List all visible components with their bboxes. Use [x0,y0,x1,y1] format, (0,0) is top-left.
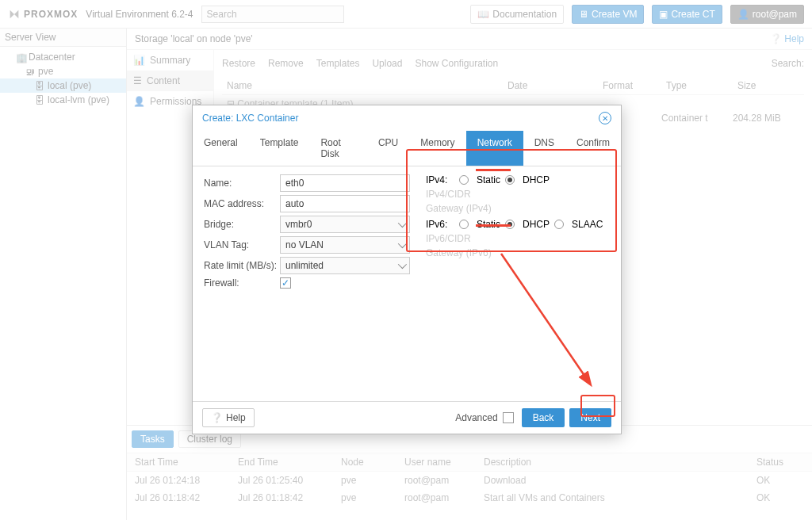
ipv4-cidr-label: IPv4/CIDR [426,189,471,200]
ipv4-dhcp-radio[interactable] [505,175,515,185]
col-date[interactable]: Date [503,77,598,95]
wizard-help-button[interactable]: ❔Help [202,408,255,427]
log-col-end[interactable]: End Time [230,453,333,472]
vlan-select[interactable]: no VLAN [280,236,410,254]
rate-input[interactable]: unlimited [280,257,410,274]
list-icon: ☰ [133,75,142,86]
ipv4-static-label: Static [477,174,500,185]
create-ct-button[interactable]: ▣Create CT [652,5,722,24]
col-type[interactable]: Type [661,77,733,95]
sidetab-content[interactable]: ☰Content [127,71,213,91]
log-col-user[interactable]: User name [396,453,476,472]
toolbar-show-config[interactable]: Show Configuration [415,58,498,69]
mac-input[interactable] [280,195,410,212]
back-button[interactable]: Back [522,408,565,427]
toolbar-templates[interactable]: Templates [316,58,360,69]
modal-title: Create: LXC Container [202,113,298,124]
task-log-panel: Tasks Cluster log Start Time End Time No… [127,425,812,520]
close-icon[interactable]: ✕ [599,112,611,124]
user-icon: 👤 [737,9,749,20]
wizard-tab-cpu[interactable]: CPU [367,131,409,166]
book-icon: 📖 [477,9,489,20]
rate-label: Rate limit (MB/s): [204,260,280,271]
tab-tasks[interactable]: Tasks [132,430,174,448]
resource-tree-panel: Server View 🏢Datacenter 🖳pve 🗄local (pve… [0,29,127,520]
disk-icon: 🗄 [35,95,44,105]
ipv6-gateway-label: Gateway (IPv6) [426,247,492,258]
user-icon: 👤 [133,96,145,107]
ipv6-slaac-radio[interactable] [554,220,564,229]
chart-icon: 📊 [133,55,145,66]
tree-view-selector[interactable]: Server View [0,29,126,47]
next-button[interactable]: Next [569,408,611,427]
log-col-node[interactable]: Node [333,453,396,472]
user-menu-button[interactable]: 👤root@pam [730,5,804,24]
toolbar-search-label: Search: [772,58,804,69]
vlan-label: VLAN Tag: [204,239,280,250]
mac-label: MAC address: [204,198,280,209]
ipv6-slaac-label: SLAAC [572,219,603,230]
col-name[interactable]: Name [222,77,503,95]
log-col-start[interactable]: Start Time [127,453,230,472]
wizard-tab-network[interactable]: Network [466,131,523,166]
toolbar-restore[interactable]: Restore [222,58,255,69]
wizard-tab-memory[interactable]: Memory [409,131,465,166]
building-icon: 🏢 [16,52,25,62]
version-label: Virtual Environment 6.2-4 [86,9,193,20]
log-col-status[interactable]: Status [749,453,812,472]
wizard-tab-template[interactable]: Template [249,131,310,166]
ipv4-static-radio[interactable] [459,175,469,185]
help-icon: ❔ [211,412,223,423]
name-label: Name: [204,178,280,189]
create-vm-button[interactable]: 🖥Create VM [572,5,644,24]
wizard-tab-dns[interactable]: DNS [523,131,565,166]
firewall-label: Firewall: [204,277,280,289]
ipv6-static-radio[interactable] [459,220,469,229]
server-icon: 🖳 [25,67,35,76]
sidetab-summary[interactable]: 📊Summary [127,50,213,71]
breadcrumb: Storage 'local' on node 'pve' ❔ Help [127,29,812,50]
wizard-tab-general[interactable]: General [193,131,249,166]
log-row[interactable]: Jul 26 01:24:18Jul 26 01:25:40pveroot@pa… [127,472,812,490]
wizard-tab-confirm[interactable]: Confirm [565,131,621,166]
tree-datacenter[interactable]: 🏢Datacenter [0,50,126,64]
global-search-input[interactable] [201,6,344,23]
advanced-checkbox[interactable]: ✓ [503,412,514,423]
ipv4-dhcp-label: DHCP [523,174,550,185]
ipv6-cidr-label: IPv6/CIDR [426,233,471,244]
advanced-label: Advanced [455,412,497,423]
log-row[interactable]: Jul 26 01:18:42Jul 26 01:18:42pveroot@pa… [127,489,812,507]
col-format[interactable]: Format [598,77,661,95]
ipv6-static-label: Static [477,219,500,230]
tree-storage-local[interactable]: 🗄local (pve) [0,78,126,93]
ipv6-dhcp-label: DHCP [523,219,550,230]
documentation-button[interactable]: 📖Documentation [470,5,564,24]
col-size[interactable]: Size [733,77,804,95]
help-link[interactable]: ❔ Help [770,33,804,44]
name-input[interactable] [280,174,410,192]
create-container-wizard: Create: LXC Container ✕ General Template… [192,105,622,434]
proxmox-icon [8,8,21,21]
ipv4-gateway-label: Gateway (IPv4) [426,203,492,214]
ipv4-label: IPv4: [426,174,454,185]
cube-icon: ▣ [659,9,668,20]
toolbar-upload[interactable]: Upload [372,58,402,69]
brand-logo: PROXMOX [8,8,78,21]
tree-storage-local-lvm[interactable]: 🗄local-lvm (pve) [0,93,126,107]
firewall-checkbox[interactable]: ✓ [280,277,291,289]
log-col-desc[interactable]: Description [476,453,749,472]
top-bar: PROXMOX Virtual Environment 6.2-4 📖Docum… [0,0,812,29]
wizard-tab-rootdisk[interactable]: Root Disk [309,131,367,166]
toolbar-remove[interactable]: Remove [268,58,304,69]
ipv6-dhcp-radio[interactable] [505,220,515,229]
disk-icon: 🗄 [35,81,44,90]
monitor-icon: 🖥 [579,9,588,20]
ipv6-label: IPv6: [426,219,454,230]
bridge-label: Bridge: [204,219,280,230]
bridge-select[interactable]: vmbr0 [280,216,410,233]
tree-node-pve[interactable]: 🖳pve [0,64,126,78]
